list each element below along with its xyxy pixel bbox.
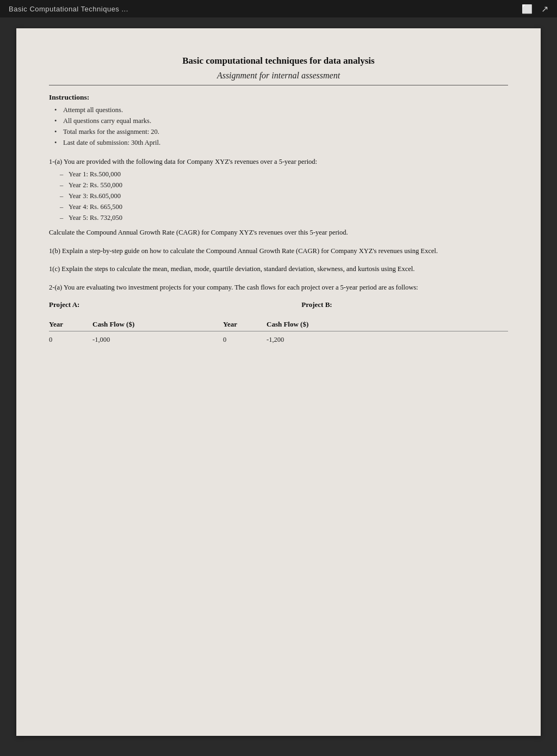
share-icon[interactable]: ↗ <box>541 4 548 14</box>
export-icon[interactable]: ⬜ <box>522 4 533 14</box>
col-header-year-a: Year <box>49 320 92 329</box>
list-item: All questions carry equal marks. <box>54 117 508 125</box>
question-1a-block: 1-(a) You are provided with the followin… <box>49 157 508 238</box>
cell-cf-a-0: -1,000 <box>92 336 201 344</box>
col-header-year-b: Year <box>223 320 267 329</box>
cell-cf-b-0: -1,200 <box>267 336 375 344</box>
q1b-text: 1(b) Explain a step-by-step guide on how… <box>49 246 508 256</box>
top-bar-icons: ⬜ ↗ <box>522 4 548 14</box>
top-bar-title: Basic Computational Techniques ... <box>9 5 128 13</box>
cell-year-b-0: 0 <box>223 336 267 344</box>
document-page: Basic computational techniques for data … <box>16 28 541 736</box>
q2a-text: 2-(a) You are evaluating two investment … <box>49 282 508 293</box>
q1a-intro: 1-(a) You are provided with the followin… <box>49 157 508 167</box>
project-a-label: Project A: <box>49 300 256 309</box>
q1c-text: 1(c) Explain the steps to calculate the … <box>49 264 508 274</box>
question-2a-block: 2-(a) You are evaluating two investment … <box>49 282 508 344</box>
table-row: 0 -1,000 0 -1,200 <box>49 336 508 344</box>
list-item: Last date of submission: 30th April. <box>54 139 508 147</box>
cash-flow-table: Year Cash Flow ($) Year Cash Flow ($) 0 … <box>49 320 508 344</box>
instructions-list: Attempt all questions. All questions car… <box>49 106 508 147</box>
question-1c-block: 1(c) Explain the steps to calculate the … <box>49 264 508 274</box>
col-header-cashflow-b: Cash Flow ($) <box>267 320 375 329</box>
doc-subtitle: Assignment for internal assessment <box>49 71 508 81</box>
top-bar: Basic Computational Techniques ... ⬜ ↗ <box>0 0 557 17</box>
projects-labels-row: Project A: Project B: <box>49 300 508 309</box>
question-1b-block: 1(b) Explain a step-by-step guide on how… <box>49 246 508 256</box>
list-item: Year 3: Rs.605,000 <box>60 192 508 200</box>
instructions-label: Instructions: <box>49 93 508 102</box>
phone-frame: Basic Computational Techniques ... ⬜ ↗ B… <box>0 0 557 756</box>
project-b-label: Project B: <box>301 300 508 309</box>
table-header-row: Year Cash Flow ($) Year Cash Flow ($) <box>49 320 508 329</box>
list-item: Year 5: Rs. 732,050 <box>60 214 508 222</box>
q1a-calc: Calculate the Compound Annual Growth Rat… <box>49 228 508 238</box>
table-divider <box>49 331 508 331</box>
revenue-list: Year 1: Rs.500,000 Year 2: Rs. 550,000 Y… <box>49 170 508 222</box>
list-item: Year 4: Rs. 665,500 <box>60 203 508 211</box>
list-item: Total marks for the assignment: 20. <box>54 128 508 136</box>
list-item: Year 2: Rs. 550,000 <box>60 181 508 189</box>
title-divider <box>49 85 508 85</box>
cell-year-a-0: 0 <box>49 336 92 344</box>
doc-main-title: Basic computational techniques for data … <box>49 56 508 66</box>
list-item: Year 1: Rs.500,000 <box>60 170 508 179</box>
col-header-cashflow-a: Cash Flow ($) <box>92 320 201 329</box>
list-item: Attempt all questions. <box>54 106 508 114</box>
